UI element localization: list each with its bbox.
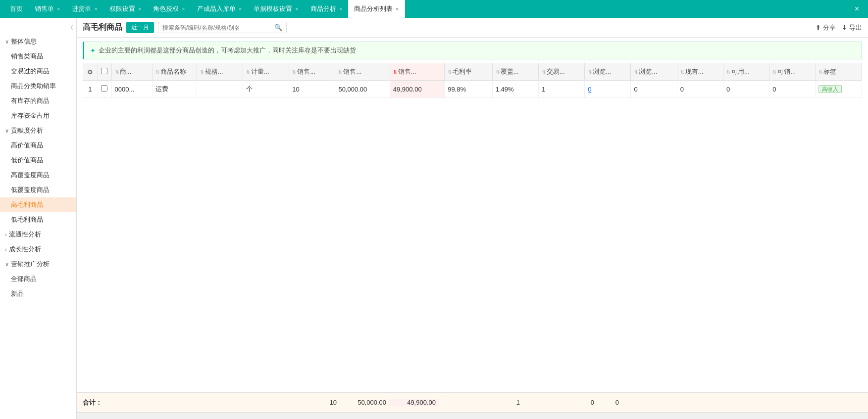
nav-item-purchase[interactable]: 进货单 × [66,0,103,18]
nav-label-purchase: 进货单 [72,4,91,13]
sidebar-group-growth-label: 成长性分析 [9,245,41,254]
cell-checkbox[interactable] [98,81,111,98]
close-icon-template[interactable]: × [295,6,298,12]
sidebar-group-overall-label: 整体信息 [11,37,37,46]
close-icon-analysis[interactable]: × [339,6,342,12]
window-close-button[interactable]: × [850,4,864,13]
footer-current-stock: 0 [572,399,597,406]
filter-last-month-button[interactable]: 近一月 [126,22,154,33]
col-settings[interactable]: ⚙ [83,63,98,81]
close-icon-sales[interactable]: × [57,6,60,12]
sidebar-item-low-margin[interactable]: 低毛利商品 [0,212,76,227]
chevron-down-icon-contribution: ∨ [5,128,9,134]
sidebar-item-high-coverage[interactable]: 高覆盖度商品 [0,168,76,183]
search-input[interactable] [162,24,274,31]
nav-item-role[interactable]: 角色授权 × [147,0,191,18]
sidebar-item-all-goods[interactable]: 全部商品 [0,272,76,286]
cell-available-stock: 0 [723,81,769,98]
cell-coverage: 1.49% [492,81,538,98]
sidebar-item-new-goods[interactable]: 新品 [0,286,76,301]
col-tag[interactable]: ⇅标签 [816,63,862,81]
sidebar-item-traded-goods[interactable]: 交易过的商品 [0,64,76,79]
col-transaction[interactable]: ⇅交易... [538,63,584,81]
content-area: 高毛利商品 近一月 🔍 ⬆ 分享 ⬇ 导出 ✦ 企业的主要的利润都是这部分商品创… [77,18,868,419]
nav-label-analysis-list: 商品分析列表 [354,4,393,13]
share-button[interactable]: ⬆ 分享 [816,23,836,32]
sidebar-item-inventory-capital[interactable]: 库存资金占用 [0,108,76,123]
export-button[interactable]: ⬇ 导出 [842,23,862,32]
page-title: 高毛利商品 [83,22,122,33]
search-icon[interactable]: 🔍 [274,24,282,31]
top-nav: 首页 销售单 × 进货单 × 权限设置 × 角色授权 × 产成品入库单 × 单据… [0,0,868,18]
sidebar-item-low-value[interactable]: 低价值商品 [0,153,76,168]
sidebar-group-marketing-label: 营销推广分析 [11,260,50,269]
sidebar-item-sales-goods[interactable]: 销售类商品 [0,49,76,64]
col-name[interactable]: ⇅商品名称 [152,63,197,81]
horizontal-scrollbar[interactable] [77,412,868,419]
footer-available-stock: 0 [597,399,622,406]
cell-index: 1 [83,81,98,98]
cell-current-stock: 0 [677,81,723,98]
nav-item-inventory[interactable]: 产成品入库单 × [191,0,248,18]
search-box: 🔍 [158,22,287,33]
nav-item-analysis[interactable]: 商品分析 × [305,0,348,18]
footer-totals: 合计： 10 50,000.00 49,900.00 1 0 0 [77,392,868,412]
col-code[interactable]: ⇅商... [111,63,152,81]
nav-label-inventory: 产成品入库单 [197,4,236,13]
sidebar-item-category-sales-rate[interactable]: 商品分类助销率 [0,79,76,93]
col-available-stock[interactable]: ⇅可用... [723,63,769,81]
close-icon-role[interactable]: × [182,6,185,12]
close-icon-inventory[interactable]: × [239,6,242,12]
sidebar-item-high-value[interactable]: 高价值商品 [0,138,76,153]
sidebar-group-liquidity-label: 流通性分析 [9,230,41,239]
export-icon: ⬇ [842,24,847,31]
banner-text: 企业的主要的利润都是这部分商品创造的，可考虑加大推广，同时关注库存是不要出现缺货 [99,46,356,55]
col-gross-margin[interactable]: ⇅毛利率 [445,63,493,81]
table-row: 1 0000... 运费 个 10 50,000.00 49,900.00 99… [83,81,862,98]
sidebar-item-low-coverage[interactable]: 低覆盖度商品 [0,183,76,197]
cell-views1[interactable]: 0 [585,81,631,98]
table-container: ⚙ ⇅商... ⇅商品名称 ⇅规格... ⇅计量... ⇅销售... ⇅销售..… [77,63,868,392]
cell-tag: 高收入 [816,81,862,98]
footer-sales-profit: 49,900.00 [389,399,439,406]
info-icon: ✦ [90,47,96,54]
nav-label-template: 单据模板设置 [254,4,292,13]
col-sales-profit[interactable]: ⇅销售... [390,63,444,81]
chevron-down-icon-overall: ∨ [5,39,9,45]
col-current-stock[interactable]: ⇅现有... [677,63,723,81]
col-unit[interactable]: ⇅计量... [243,63,289,81]
sidebar-group-growth[interactable]: › 成长性分析 [0,242,76,257]
col-sellable-stock[interactable]: ⇅可销... [769,63,816,81]
nav-label-home: 首页 [10,4,23,13]
sidebar-group-marketing[interactable]: ∨ 营销推广分析 [0,257,76,272]
row-checkbox[interactable] [101,85,107,92]
close-icon-analysis-list[interactable]: × [396,6,399,12]
nav-item-template[interactable]: 单据模板设置 × [248,0,304,18]
nav-item-sales[interactable]: 销售单 × [29,0,66,18]
cell-sellable-stock: 0 [769,81,816,98]
sidebar-group-liquidity[interactable]: › 流通性分析 [0,227,76,242]
close-icon-permission[interactable]: × [138,6,141,12]
close-icon-purchase[interactable]: × [94,6,97,12]
footer-sales-qty: 10 [310,399,340,406]
col-sales-amount[interactable]: ⇅销售... [335,63,390,81]
col-sales-qty[interactable]: ⇅销售... [289,63,335,81]
cell-sales-amount: 50,000.00 [335,81,390,98]
info-banner: ✦ 企业的主要的利润都是这部分商品创造的，可考虑加大推广，同时关注库存是不要出现… [83,42,862,59]
sidebar-item-in-stock-goods[interactable]: 有库存的商品 [0,93,76,108]
nav-item-permission[interactable]: 权限设置 × [103,0,147,18]
sidebar-item-high-margin[interactable]: 高毛利商品 [0,197,76,212]
sidebar-group-contribution[interactable]: ∨ 贡献度分析 [0,123,76,138]
cell-gross-margin: 99.8% [445,81,493,98]
col-coverage[interactable]: ⇅覆盖... [492,63,538,81]
col-views1[interactable]: ⇅浏览... [585,63,631,81]
nav-item-home[interactable]: 首页 [4,0,29,18]
data-table: ⚙ ⇅商... ⇅商品名称 ⇅规格... ⇅计量... ⇅销售... ⇅销售..… [83,63,862,98]
col-spec[interactable]: ⇅规格... [197,63,243,81]
cell-views2: 0 [631,81,677,98]
col-views2[interactable]: ⇅浏览... [631,63,677,81]
sidebar-group-overall[interactable]: ∨ 整体信息 [0,34,76,49]
select-all-checkbox[interactable] [101,68,107,74]
nav-item-analysis-list[interactable]: 商品分析列表 × [348,0,405,18]
sidebar-collapse-button[interactable]: 《 [67,24,73,32]
